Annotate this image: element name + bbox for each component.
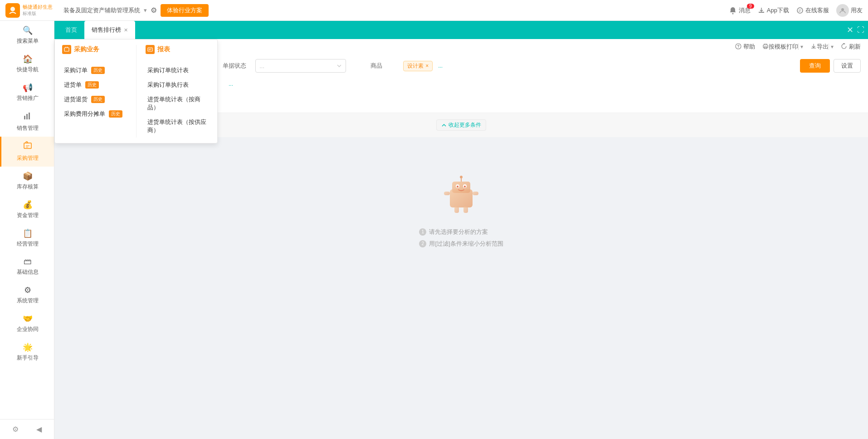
settings-btn[interactable]: 设置 — [834, 59, 861, 73]
tab-sales-rank[interactable]: 销售排行榜 ✕ — [84, 21, 135, 39]
system-icon: ⚙ — [24, 285, 31, 295]
purchase-dropdown-menu: 采购业务 采购订单 历史 进货单 历史 进货退货 历史 采购费用分摊单 历史 — [54, 39, 218, 143]
online-service[interactable]: 在线客服 — [796, 6, 829, 15]
sidebar-item-cooperation[interactable]: 🤝 企业协同 — [0, 309, 54, 338]
help-label: 帮助 — [743, 43, 755, 51]
database-icon: 🗃 — [24, 257, 32, 266]
svg-point-23 — [460, 176, 463, 178]
system-title: 装备及固定资产辅助管理系统 — [63, 6, 140, 15]
svg-rect-18 — [444, 192, 450, 195]
sidebar-settings-icon[interactable]: ⚙ — [12, 425, 19, 434]
refresh-action[interactable]: 刷新 — [841, 43, 861, 51]
sidebar-item-sales[interactable]: 销售管理 — [0, 107, 54, 137]
sidebar-item-label: 经营管理 — [17, 240, 39, 248]
sidebar-item-basic[interactable]: 🗃 基础信息 — [0, 252, 54, 281]
dropdown-item-return[interactable]: 进货退货 历史 — [62, 92, 127, 107]
collapse-up-icon — [441, 123, 447, 128]
export-icon — [810, 43, 817, 51]
empty-tips: 1 请先选择要分析的方案 2 用[过滤]条件来缩小分析范围 — [419, 226, 503, 250]
sidebar-item-stock[interactable]: 📦 库存核算 — [0, 167, 54, 195]
svg-rect-21 — [463, 207, 468, 213]
dropdown-item-purchase-stat[interactable]: 采购订单统计表 — [146, 63, 210, 78]
sidebar-item-label: 快捷导航 — [17, 66, 39, 74]
megaphone-icon: 📢 — [23, 83, 33, 93]
handshake-icon: 🤝 — [23, 314, 33, 324]
top-header: 畅捷通好生意 标准版 装备及固定资产辅助管理系统 ▾ ⚙ 体验行业方案 消息 9… — [0, 0, 868, 21]
print-action[interactable]: 按模板打印 ▾ — [762, 43, 803, 51]
goods-tag-text: 设计素 — [407, 62, 424, 70]
svg-point-3 — [797, 8, 803, 13]
order-status-input[interactable]: ... — [259, 63, 335, 69]
filter-actions-row1: 查询 设置 — [800, 59, 861, 73]
svg-rect-20 — [454, 207, 459, 213]
goods-more[interactable]: ... — [438, 63, 443, 69]
user-area[interactable]: 用友 — [836, 4, 863, 17]
dropdown-col-purchase: 采购业务 采购订单 历史 进货单 历史 进货退货 历史 采购费用分摊单 历史 — [55, 45, 134, 138]
tab-bar-maximize-icon[interactable]: ⛶ — [857, 26, 864, 34]
sidebar-item-label: 销售管理 — [17, 124, 39, 132]
tab-bar-right: ✕ ⛶ — [847, 25, 864, 35]
settings-icon[interactable]: ⚙ — [151, 6, 157, 15]
money-icon: 💰 — [23, 200, 33, 210]
notification-area[interactable]: 消息 9 — [729, 6, 751, 15]
sidebar-collapse-icon[interactable]: ◀ — [36, 425, 42, 434]
sidebar-item-marketing[interactable]: 📢 营销推广 — [0, 78, 54, 107]
svg-point-4 — [841, 8, 844, 11]
tab-home[interactable]: 首页 — [58, 21, 84, 39]
dropdown-item-expense[interactable]: 采购费用分摊单 历史 — [62, 107, 127, 121]
industry-btn[interactable]: 体验行业方案 — [161, 4, 209, 17]
report-icon: 📋 — [23, 228, 33, 238]
history-badge-1: 历史 — [85, 81, 99, 89]
system-dropdown-icon[interactable]: ▾ — [144, 7, 147, 14]
logo-badge: 标准版 — [23, 10, 53, 17]
sidebar-item-label: 资金管理 — [17, 212, 39, 219]
logo-area: 畅捷通好生意 标准版 — [5, 3, 60, 18]
search-icon: 🔍 — [23, 25, 33, 35]
sidebar-item-quick-nav[interactable]: 🏠 快捷导航 — [0, 49, 54, 78]
tip-num-1: 1 — [419, 228, 426, 236]
sidebar-item-guide[interactable]: 🌟 新手引导 — [0, 338, 54, 366]
tab-close-icon[interactable]: ✕ — [124, 27, 128, 33]
sidebar-item-label: 企业协同 — [17, 326, 39, 333]
export-action[interactable]: 导出 ▾ — [810, 43, 834, 51]
sidebar-item-capital[interactable]: 💰 资金管理 — [0, 195, 54, 224]
app-download[interactable]: App下载 — [758, 6, 789, 15]
print-label: 按模板打印 — [769, 43, 798, 51]
svg-rect-25 — [148, 48, 152, 51]
help-action[interactable]: 帮助 — [735, 43, 755, 51]
empty-tip-1: 请先选择要分析的方案 — [429, 226, 488, 238]
dropdown-item-inbound-stat-goods[interactable]: 进货单统计表（按商品） — [146, 92, 210, 115]
svg-point-1 — [732, 13, 733, 14]
header-right: 消息 9 App下载 在线客服 用友 — [729, 4, 863, 17]
svg-rect-7 — [29, 113, 30, 119]
print-arrow[interactable]: ▾ — [798, 44, 803, 50]
dropdown-item-inbound[interactable]: 进货单 历史 — [62, 78, 127, 92]
query-btn[interactable]: 查询 — [800, 59, 830, 73]
sidebar-item-label: 系统管理 — [17, 297, 39, 305]
dropdown-columns: 采购业务 采购订单 历史 进货单 历史 进货退货 历史 采购费用分摊单 历史 — [55, 45, 217, 138]
box-icon: 📦 — [23, 171, 33, 181]
export-arrow[interactable]: ▾ — [829, 44, 834, 50]
notification-count: 9 — [747, 4, 754, 9]
dropdown-item-purchase-order[interactable]: 采购订单 历史 — [62, 63, 127, 78]
refresh-icon — [841, 43, 847, 51]
sidebar-item-search[interactable]: 🔍 搜索菜单 — [0, 21, 54, 49]
empty-state: 1 请先选择要分析的方案 2 用[过滤]条件来缩小分析范围 — [54, 137, 868, 286]
collapse-btn[interactable]: 收起更多条件 — [436, 119, 486, 131]
dropdown-divider — [136, 45, 137, 138]
dropdown-item-purchase-exec[interactable]: 采购订单执行表 — [146, 78, 210, 92]
sidebar-item-purchase[interactable]: 采购管理 — [0, 137, 54, 167]
logo-icon — [5, 3, 20, 18]
empty-illustration — [439, 173, 484, 219]
tab-bar-close-icon[interactable]: ✕ — [847, 25, 853, 35]
svg-point-0 — [10, 7, 15, 11]
goods-label: 商品 — [371, 62, 398, 70]
sidebar-item-operation[interactable]: 📋 经营管理 — [0, 224, 54, 252]
sidebar-item-label: 基础信息 — [17, 268, 39, 276]
sidebar-item-system[interactable]: ⚙ 系统管理 — [0, 281, 54, 309]
dropdown-item-inbound-stat-supplier[interactable]: 进货单统计表（按供应商） — [146, 115, 210, 138]
empty-tip-2: 用[过滤]条件来缩小分析范围 — [429, 238, 503, 250]
goods-tag-close[interactable]: × — [425, 63, 429, 69]
salesman-more[interactable]: ... — [229, 81, 233, 87]
tab-bar: 首页 销售排行榜 ✕ ✕ ⛶ — [54, 21, 868, 39]
